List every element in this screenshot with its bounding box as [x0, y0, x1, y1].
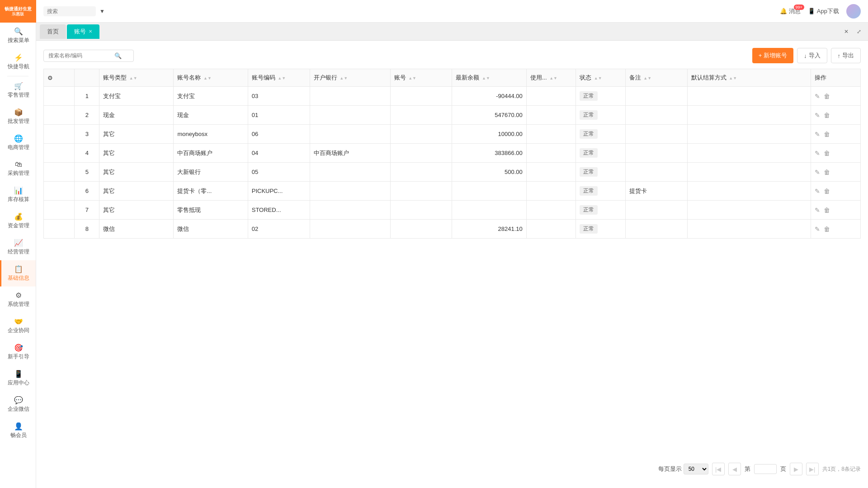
- topbar-search-box[interactable]: [43, 6, 96, 16]
- row-balance: 383866.00: [452, 144, 526, 163]
- delete-icon[interactable]: 🗑: [824, 93, 830, 100]
- row-remark: [625, 144, 687, 163]
- row-status: 正常: [576, 144, 626, 163]
- type-col-header[interactable]: 账号类型 ▲▼: [99, 69, 174, 87]
- code-col-label: 账号编码: [252, 74, 275, 81]
- delete-icon[interactable]: 🗑: [824, 188, 830, 195]
- tab-account[interactable]: 账号 ✕: [67, 24, 99, 39]
- sidebar-item-ecommerce-mgmt[interactable]: 🌐 电商管理: [0, 130, 36, 156]
- delete-icon[interactable]: 🗑: [824, 112, 830, 119]
- retail-icon: 🛒: [14, 82, 23, 90]
- import-icon: ↓: [804, 52, 807, 59]
- delete-icon[interactable]: 🗑: [824, 150, 830, 157]
- sidebar-item-label: 基础信息: [8, 274, 29, 282]
- tab-account-close[interactable]: ✕: [89, 29, 92, 34]
- row-use: [526, 201, 576, 220]
- edit-icon[interactable]: ✎: [815, 112, 820, 119]
- sidebar-item-capital-mgmt[interactable]: 💰 资金管理: [0, 208, 36, 234]
- edit-icon[interactable]: ✎: [815, 93, 820, 100]
- bank-col-header[interactable]: 开户银行 ▲▼: [310, 69, 390, 87]
- last-page-button[interactable]: ▶|: [806, 463, 819, 475]
- prev-page-button[interactable]: ◀: [728, 463, 741, 475]
- edit-icon[interactable]: ✎: [815, 206, 820, 214]
- sidebar-item-enterprise-wechat[interactable]: 💬 企业微信: [0, 391, 36, 418]
- delete-icon[interactable]: 🗑: [824, 206, 830, 214]
- row-index: 7: [75, 201, 99, 220]
- per-page-dropdown[interactable]: 50 100 200: [684, 464, 708, 474]
- export-button[interactable]: ↑ 导出: [831, 48, 861, 63]
- account-col-header[interactable]: 账号 ▲▼: [390, 69, 452, 87]
- row-code: 02: [248, 220, 310, 239]
- balance-col-header[interactable]: 最新余额 ▲▼: [452, 69, 526, 87]
- sidebar-item-operation-mgmt[interactable]: 📈 经营管理: [0, 234, 36, 260]
- settings-col-header[interactable]: ⚙: [44, 69, 75, 87]
- import-button[interactable]: ↓ 导入: [797, 48, 827, 63]
- sidebar-item-retail-mgmt[interactable]: 🛒 零售管理: [0, 77, 36, 103]
- delete-icon[interactable]: 🗑: [824, 169, 830, 176]
- edit-icon[interactable]: ✎: [815, 225, 820, 233]
- pagination: 每页显示 50 100 200 |◀ ◀ 第 1 页 ▶ ▶| 共1页，8条记录: [43, 457, 861, 481]
- edit-icon[interactable]: ✎: [815, 131, 820, 138]
- sidebar-item-label: 电商管理: [8, 144, 29, 151]
- sidebar-item-app-center[interactable]: 📱 应用中心: [0, 365, 36, 391]
- edit-icon[interactable]: ✎: [815, 150, 820, 157]
- row-default-payment: [687, 201, 811, 220]
- table-row: 3 其它 moneybosx 06 10000.00 正常 ✎ 🗑: [44, 125, 861, 144]
- next-page-button[interactable]: ▶: [790, 463, 802, 475]
- sidebar-item-basic-info[interactable]: 📋 基础信息: [0, 260, 36, 286]
- code-col-header[interactable]: 账号编码 ▲▼: [248, 69, 310, 87]
- delete-icon[interactable]: 🗑: [824, 131, 830, 138]
- sidebar-item-system-mgmt[interactable]: ⚙ 系统管理: [0, 286, 36, 313]
- sidebar-item-enterprise-agreement[interactable]: 🤝 企业协同: [0, 313, 36, 339]
- default-payment-col-header[interactable]: 默认结算方式 ▲▼: [687, 69, 811, 87]
- row-remark: [625, 163, 687, 182]
- use-col-header[interactable]: 使用... ▲▼: [526, 69, 576, 87]
- index-col-header: [75, 69, 99, 87]
- tab-expand-button[interactable]: ⤢: [854, 26, 864, 37]
- sidebar-item-quick-nav[interactable]: ⚡ 快捷导航: [0, 49, 36, 75]
- sidebar-item-wholesale-mgmt[interactable]: 📦 批发管理: [0, 103, 36, 130]
- sidebar-item-label: 应用中心: [8, 379, 29, 387]
- edit-icon[interactable]: ✎: [815, 169, 820, 176]
- sidebar-item-label: 采购管理: [8, 169, 29, 177]
- search-input[interactable]: [48, 52, 112, 59]
- table-container: ⚙ 账号类型 ▲▼ 账号名称 ▲▼ 账号编码 ▲▼: [43, 69, 861, 457]
- page-number-input[interactable]: 1: [754, 464, 777, 474]
- capital-icon: 💰: [14, 212, 23, 221]
- add-account-button[interactable]: + 新增账号: [752, 48, 793, 63]
- sidebar-item-purchase-mgmt[interactable]: 🛍 采购管理: [0, 156, 36, 182]
- first-page-button[interactable]: |◀: [712, 463, 725, 475]
- sidebar-item-search-menu[interactable]: 🔍 搜索菜单: [0, 23, 36, 49]
- sidebar-item-inventory[interactable]: 📊 库存核算: [0, 182, 36, 208]
- row-code: 05: [248, 163, 310, 182]
- tab-controls: ✕ ⤢: [841, 26, 864, 37]
- notification-button[interactable]: 🔔 消息 99+: [780, 7, 801, 15]
- edit-icon[interactable]: ✎: [815, 188, 820, 195]
- sidebar-item-new-guide[interactable]: 🎯 新手引导: [0, 339, 36, 365]
- tab-home[interactable]: 首页: [40, 24, 66, 39]
- table-row: 6 其它 提货卡（零... PICKUPC... 正常 提货卡 ✎ 🗑: [44, 182, 861, 201]
- row-settings: [44, 182, 75, 201]
- row-bank: [310, 106, 390, 125]
- topbar-search-input[interactable]: [47, 8, 92, 14]
- delete-icon[interactable]: 🗑: [824, 225, 830, 233]
- user-avatar[interactable]: [846, 4, 861, 19]
- toolbar: 🔍 + 新增账号 ↓ 导入 ↑ 导出: [43, 48, 861, 63]
- wechat-icon: 💬: [14, 396, 23, 404]
- row-type: 支付宝: [99, 87, 174, 106]
- export-label: 导出: [842, 52, 854, 60]
- status-col-header[interactable]: 状态 ▲▼: [576, 69, 626, 87]
- name-col-header[interactable]: 账号名称 ▲▼: [174, 69, 248, 87]
- balance-sort-icon: ▲▼: [482, 76, 490, 80]
- type-sort-icon: ▲▼: [129, 76, 137, 80]
- row-use: [526, 125, 576, 144]
- tab-close-all-button[interactable]: ✕: [841, 26, 852, 37]
- remark-sort-icon: ▲▼: [643, 76, 651, 80]
- topbar-dropdown[interactable]: ▼: [99, 8, 105, 14]
- enterprise-icon: 🤝: [14, 317, 23, 326]
- app-download-button[interactable]: 📱 App下载: [808, 7, 839, 15]
- search-box[interactable]: 🔍: [43, 50, 134, 62]
- use-col-label: 使用...: [530, 74, 547, 81]
- remark-col-header[interactable]: 备注 ▲▼: [625, 69, 687, 87]
- sidebar-item-member[interactable]: 👤 畅会员: [0, 418, 36, 444]
